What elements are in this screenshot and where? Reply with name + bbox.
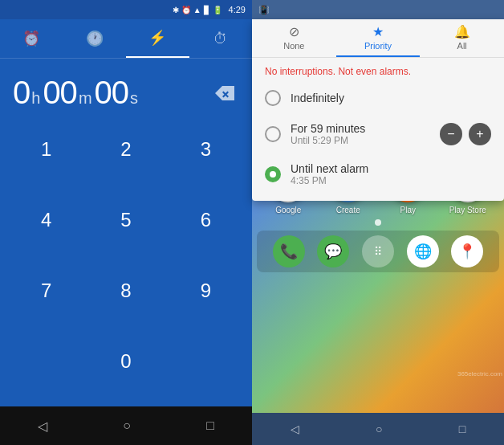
time-controls: − + [440,123,491,145]
num-0[interactable]: 0 [86,336,165,387]
right-nav-bar: ◁ ○ □ [252,413,504,445]
vibrate-icon: 📳 [258,5,270,15]
backspace-icon [215,86,234,100]
back-nav-icon[interactable]: ◁ [38,418,47,434]
wifi-icon: ▲ [193,6,201,14]
option-59minutes[interactable]: For 59 minutes Until 5:29 PM − + [252,114,504,154]
seconds-unit: s [130,89,137,108]
none-icon: ⊘ [289,24,299,39]
decrease-time-button[interactable]: − [440,123,462,145]
right-back-icon[interactable]: ◁ [291,423,299,435]
indefinitely-text-block: Indefinitely [291,92,491,104]
minutes-unit: m [79,89,91,108]
increase-time-button[interactable]: + [469,123,491,145]
notif-tab-priority[interactable]: ★ Priority [336,19,421,57]
left-status-bar: ✱ ⏰ ▲ ▊ 🔋 4:29 [0,0,252,19]
recents-nav-icon[interactable]: □ [206,418,214,433]
battery-icon: 🔋 [213,6,222,14]
next-alarm-title: Until next alarm [291,162,491,175]
next-alarm-subtitle: 4:35 PM [291,175,491,186]
signal-icon: ▊ [204,6,210,14]
left-nav-bar: ◁ ○ □ [0,406,252,445]
launcher-app[interactable]: ⠿ [362,235,394,267]
tab-stopwatch[interactable]: ⏱ [189,19,253,58]
priority-label: Priority [364,41,392,51]
create-app-label: Create [336,206,360,214]
timer-seconds: 00 [95,75,129,111]
tab-clock[interactable]: 🕐 [63,19,127,58]
numpad: 1 2 3 4 5 6 7 8 9 0 [0,124,252,406]
hours-unit: h [31,89,39,108]
stopwatch-tab-icon: ⏱ [213,31,228,47]
none-label: None [283,41,304,51]
num-9[interactable]: 9 [166,265,246,316]
priority-icon: ★ [372,24,384,39]
alarm-icon: ⏰ [181,6,191,14]
home-nav-icon[interactable]: ○ [123,418,131,433]
notif-header: ⊘ None ★ Priority 🔔 All [252,19,504,58]
tab-alarm[interactable]: ⏰ [0,19,63,58]
tab-timer[interactable]: ⚡ [126,19,189,58]
num-7[interactable]: 7 [6,265,86,316]
watermark: 365electric.com [457,370,502,378]
59minutes-subtitle: Until 5:29 PM [291,135,430,146]
radio-59minutes[interactable] [265,126,281,142]
status-time: 4:29 [229,5,246,14]
chrome-app[interactable]: 🌐 [407,235,439,267]
right-recents-icon[interactable]: □ [459,423,465,435]
59minutes-title: For 59 minutes [291,122,430,135]
left-status-icons: ✱ ⏰ ▲ ▊ 🔋 [173,6,222,14]
google-app-label: Google [275,206,301,214]
num-2[interactable]: 2 [86,124,165,175]
option-next-alarm[interactable]: Until next alarm 4:35 PM [252,154,504,194]
option-indefinitely[interactable]: Indefinitely [252,82,504,114]
maps-app[interactable]: 📍 [451,235,483,267]
timer-display: 0h 00m 00s [0,59,252,124]
num-1[interactable]: 1 [6,124,86,175]
next-alarm-text-block: Until next alarm 4:35 PM [291,162,491,186]
tab-bar: ⏰ 🕐 ⚡ ⏱ [0,19,252,59]
timer-tab-icon: ⚡ [148,29,166,47]
radio-indefinitely[interactable] [265,90,281,106]
num-empty-right [166,336,246,387]
indefinitely-title: Indefinitely [291,92,491,104]
right-home-icon[interactable]: ○ [376,423,382,435]
clock-tab-icon: 🕐 [86,30,104,47]
num-5[interactable]: 5 [86,194,165,246]
num-4[interactable]: 4 [6,194,86,246]
hangouts-app[interactable]: 💬 [317,235,349,267]
right-status-bar: 📳 [252,0,504,19]
notif-tab-none[interactable]: ⊘ None [252,19,336,57]
notif-tab-all[interactable]: 🔔 All [420,19,504,57]
bottom-app-row: 📞 💬 ⠿ 🌐 📍 [257,231,499,272]
all-icon: 🔔 [454,24,470,39]
bluetooth-icon: ✱ [173,6,179,14]
num-empty-left [6,336,86,387]
left-panel: ✱ ⏰ ▲ ▊ 🔋 4:29 ⏰ 🕐 ⚡ ⏱ 0h 00m 00s [0,0,252,445]
backspace-button[interactable] [210,79,239,108]
timer-minutes: 00 [43,75,77,111]
playstore-app-label: Play Store [449,206,486,214]
home-page-indicator [375,219,381,226]
all-label: All [457,41,467,51]
alarm-tab-icon: ⏰ [22,30,40,47]
notification-panel: ⊘ None ★ Priority 🔔 All No interruptions… [252,19,504,201]
59minutes-text-block: For 59 minutes Until 5:29 PM [291,122,430,146]
radio-next-alarm[interactable] [265,166,281,182]
num-8[interactable]: 8 [86,265,165,316]
timer-hours: 0 [13,75,30,111]
timer-digits: 0h 00m 00s [13,75,137,111]
num-6[interactable]: 6 [166,194,246,246]
right-panel: 📳 ⊘ None ★ Priority 🔔 All No interruptio… [252,0,504,445]
num-3[interactable]: 3 [166,124,246,175]
phone-app[interactable]: 📞 [273,235,305,267]
warning-text: No interruptions. Not even alarms. [252,58,504,82]
play-app-label: Play [400,206,416,214]
